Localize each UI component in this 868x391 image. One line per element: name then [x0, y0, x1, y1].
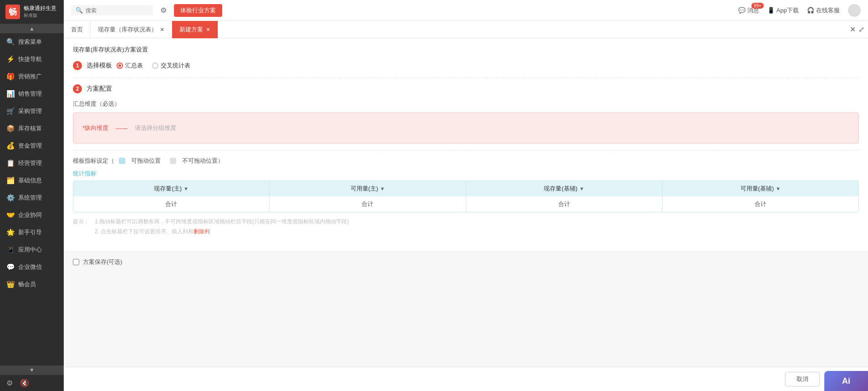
sidebar-scroll-down[interactable]: ▼: [0, 365, 64, 375]
chevron-down-icon-0: ▼: [184, 186, 189, 191]
stats-col-label-3: 可用量(基辅): [740, 185, 774, 193]
fixed-badge: [170, 158, 176, 164]
sidebar-item-label: 经营管理: [18, 159, 42, 167]
sidebar-item-label: 营销推广: [18, 72, 42, 81]
stats-col-header-1[interactable]: 可用量(主) ▼: [270, 181, 466, 196]
tab-home[interactable]: 首页: [64, 21, 91, 38]
step1-section: 1 选择模板 汇总表 交叉统计表: [73, 61, 859, 70]
stats-col-label-0: 现存量(主): [154, 185, 182, 193]
step2-header: 2 方案配置: [73, 84, 859, 93]
enterprise-icon: 🤝: [6, 211, 15, 219]
stats-col-body-1: 合计: [270, 196, 466, 212]
wechat-icon: 💬: [6, 263, 15, 271]
sidebar-item-quick-nav[interactable]: ⚡ 快捷导航: [0, 51, 64, 68]
sidebar-bottom: ⚙ 🔇: [0, 375, 64, 391]
tab-inventory-status[interactable]: 现存量（库存状况表） ✕: [91, 21, 172, 38]
sidebar-item-operations[interactable]: 📋 经营管理: [0, 154, 64, 172]
sidebar-item-enterprise[interactable]: 🤝 企业协同: [0, 206, 64, 224]
sidebar-item-label: 快捷导航: [18, 55, 42, 63]
stats-col-label-1: 可用量(主): [351, 185, 378, 193]
sidebar-item-label: 应用中心: [18, 246, 42, 254]
search-input[interactable]: [86, 7, 140, 14]
search-menu-icon: 🔍: [6, 38, 15, 46]
topbar-right: 💬 消息 99+ 📱 App下载 🎧 在线客服: [738, 4, 861, 17]
main-area: 🔍 ⚙ 体验行业方案 💬 消息 99+ 📱 App下载 🎧 在线客服 首页: [64, 0, 868, 391]
tab-close-btn[interactable]: ✕: [850, 25, 856, 34]
radio-cross[interactable]: 交叉统计表: [152, 62, 190, 70]
hint-section: 提示： 1.拖动标题栏可以调整布局，不可跨维度或指标区域拖动栏目字段(只能在同一…: [73, 217, 859, 237]
hint-1: 提示： 1.拖动标题栏可以调整布局，不可跨维度或指标区域拖动栏目字段(只能在同一…: [73, 217, 859, 227]
tab-new-scheme-close[interactable]: ✕: [206, 26, 210, 33]
sidebar-item-system[interactable]: ⚙️ 系统管理: [0, 189, 64, 206]
sidebar-item-member[interactable]: 👑 畅会员: [0, 276, 64, 293]
member-icon: 👑: [6, 280, 15, 288]
stats-col-header-2[interactable]: 现存量(基辅) ▼: [466, 181, 663, 196]
stats-col-header-0[interactable]: 现存量(主) ▼: [73, 181, 270, 196]
cancel-button[interactable]: 取消: [785, 372, 820, 386]
tab-home-label: 首页: [71, 26, 83, 34]
radio-summary-label: 汇总表: [125, 62, 143, 70]
sidebar-item-appstore[interactable]: 📱 应用中心: [0, 241, 64, 258]
message-btn[interactable]: 💬 消息 99+: [738, 6, 759, 15]
divider1: [73, 77, 859, 78]
stats-col-label-2: 现存量(基辅): [544, 185, 577, 193]
sidebar-item-inventory[interactable]: 📦 库存核算: [0, 120, 64, 137]
stats-table-body: 合计 合计 合计 合计: [73, 196, 858, 212]
stats-table-header: 现存量(主) ▼ 可用量(主) ▼ 现存量(基辅) ▼: [73, 181, 858, 196]
system-icon: ⚙️: [6, 194, 15, 202]
sidebar-item-label: 畅会员: [18, 280, 36, 288]
chevron-down-icon-1: ▼: [380, 186, 385, 191]
marketing-icon: 🎁: [6, 72, 15, 81]
chevron-down-icon-2: ▼: [579, 186, 584, 191]
dimension-area[interactable]: *纵向维度 —— 请选择分组维度: [73, 113, 859, 144]
sidebar-item-finance[interactable]: 💰 资金管理: [0, 137, 64, 154]
tab-inventory-close[interactable]: ✕: [160, 26, 164, 33]
footer-bar: 取消 查询: [64, 367, 868, 391]
sidebar-scroll-up[interactable]: ▲: [0, 24, 64, 33]
sales-icon: 📊: [6, 90, 15, 98]
ai-fab-button[interactable]: Ai: [824, 371, 868, 391]
app-edition: 标准版: [24, 12, 56, 19]
search-icon: 🔍: [76, 7, 83, 14]
audio-icon[interactable]: 🔇: [20, 379, 29, 387]
sidebar: 畅 畅康通好生意 标准版 ▲ 🔍 搜索菜单 ⚡ 快捷导航 🎁 营销推广 📊 销售…: [0, 0, 64, 391]
save-scheme-row: 方案保存(可选): [64, 252, 868, 273]
step2-num: 2: [73, 84, 82, 93]
sidebar-item-label: 基础信息: [18, 176, 42, 185]
indicator-setting: 模板指标设定（ 可拖动位置 不可拖动位置）: [73, 157, 859, 165]
sidebar-item-marketing[interactable]: 🎁 营销推广: [0, 68, 64, 85]
topbar: 🔍 ⚙ 体验行业方案 💬 消息 99+ 📱 App下载 🎧 在线客服: [64, 0, 868, 21]
stats-col-body-2: 合计: [466, 196, 663, 212]
sidebar-item-wechat[interactable]: 💬 企业微信: [0, 258, 64, 276]
stats-col-header-3[interactable]: 可用量(基辅) ▼: [663, 181, 858, 196]
app-download-btn[interactable]: 📱 App下载: [767, 6, 799, 15]
tab-expand-btn[interactable]: ⤢: [858, 25, 864, 34]
sidebar-item-sales[interactable]: 📊 销售管理: [0, 85, 64, 103]
tab-new-scheme-label: 新建方案: [179, 26, 203, 34]
trial-button[interactable]: 体验行业方案: [174, 4, 222, 17]
radio-cross-circle: [152, 62, 158, 69]
settings-gear-icon[interactable]: ⚙: [158, 6, 168, 15]
message-icon: 💬: [738, 7, 745, 14]
radio-cross-label: 交叉统计表: [161, 62, 190, 70]
stats-section: 统计指标 现存量(主) ▼ 可用量(主) ▼: [73, 170, 859, 212]
sidebar-item-guide[interactable]: 🌟 新手引导: [0, 224, 64, 241]
app-logo: 畅 畅康通好生意 标准版: [0, 0, 64, 24]
sidebar-item-search-menu[interactable]: 🔍 搜索菜单: [0, 33, 64, 51]
tabs-bar: 首页 现存量（库存状况表） ✕ 新建方案 ✕ ✕ ⤢: [64, 21, 868, 38]
radio-summary[interactable]: 汇总表: [117, 62, 143, 70]
tab-new-scheme[interactable]: 新建方案 ✕: [172, 21, 218, 38]
sidebar-item-basic[interactable]: 🗂️ 基础信息: [0, 172, 64, 189]
step1-header: 1 选择模板 汇总表 交叉统计表: [73, 61, 859, 70]
settings-icon[interactable]: ⚙: [6, 379, 13, 387]
sidebar-nav: 🔍 搜索菜单 ⚡ 快捷导航 🎁 营销推广 📊 销售管理 🛒 采购管理 📦 库存核…: [0, 33, 64, 365]
sidebar-item-purchase[interactable]: 🛒 采购管理: [0, 103, 64, 120]
purchase-icon: 🛒: [6, 107, 15, 115]
search-box[interactable]: 🔍: [71, 5, 153, 15]
user-avatar[interactable]: [848, 4, 861, 17]
fixed-label: 不可拖动位置）: [182, 157, 224, 165]
sidebar-item-label: 搜索菜单: [18, 38, 42, 46]
online-support-btn[interactable]: 🎧 在线客服: [807, 6, 840, 15]
save-scheme-checkbox[interactable]: [73, 259, 79, 265]
delete-col-link[interactable]: 删除列: [194, 228, 210, 235]
